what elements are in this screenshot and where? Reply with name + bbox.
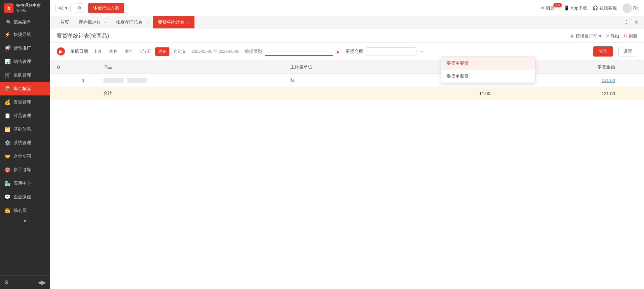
gear-button[interactable]: ⚙: [75, 3, 84, 13]
type-filter-chevron-icon[interactable]: ▲: [335, 49, 340, 54]
user-avatar[interactable]: Rit: [622, 3, 639, 13]
sidebar-bottom: ⚙ ◀▶: [0, 275, 50, 289]
page-title: 要货单统计表(按商品): [57, 32, 109, 40]
filter-more-icon[interactable]: ···: [419, 48, 424, 54]
sidebar-item-label: 资金管理: [14, 99, 31, 105]
product-placeholder-1: [103, 78, 124, 83]
tab-requisition-stats-close[interactable]: ×: [188, 20, 190, 24]
app-download-button[interactable]: 📱 App下载: [564, 5, 587, 11]
date-pill-last7days[interactable]: 近7天: [137, 47, 154, 56]
shortcut-icon: ⚡: [4, 31, 11, 38]
sidebar-toggle-icon[interactable]: ◀▶: [38, 279, 46, 286]
avatar: [622, 3, 632, 13]
print-label: 按模板打印: [576, 33, 598, 39]
app-download-icon: 📱: [564, 5, 569, 10]
refresh-label: 刷新: [628, 33, 637, 39]
sidebar-item-system[interactable]: ⚙️ 系统管理: [0, 136, 50, 150]
sidebar-item-label: 快捷导航: [14, 31, 31, 38]
sidebar-item-marketing[interactable]: 📢 营销推广: [0, 41, 50, 55]
row-product-cell: [99, 74, 286, 87]
export-icon: ↗: [605, 34, 609, 39]
sidebar-item-finance[interactable]: 💰 资金管理: [0, 95, 50, 109]
sidebar-item-label: 采购管理: [14, 72, 31, 78]
tabbar: 首页 库存批次账 × 收发存汇总表 × 要货单统计表 × ⛶ ✕: [50, 16, 644, 28]
message-icon: ✉: [541, 5, 544, 10]
org-selector[interactable]: 41 ▾: [55, 4, 71, 12]
tab-expand-controls: ⛶ ✕: [626, 19, 639, 25]
warehouse-filter-input[interactable]: [366, 47, 416, 56]
sidebar-item-label: 系统管理: [14, 140, 31, 146]
sidebar-item-member[interactable]: 👑 畅会员: [0, 204, 50, 217]
warehouse-filter-label: 要货仓库: [345, 48, 363, 54]
messages-button[interactable]: ✉ 消息 99+: [541, 5, 558, 11]
sidebar-item-basic[interactable]: 🗂️ 基础信息: [0, 123, 50, 136]
tab-home[interactable]: 首页: [55, 16, 74, 28]
tab-requisition-stats-label: 要货单统计表: [158, 19, 184, 25]
settings-icon[interactable]: ⚙: [4, 279, 9, 286]
query-button[interactable]: 查询: [593, 46, 613, 57]
finance-icon: 💰: [4, 99, 11, 106]
tab-close-all-icon[interactable]: ✕: [634, 19, 639, 25]
type-filter-input[interactable]: [265, 47, 333, 56]
sidebar-item-label: 营销推广: [14, 45, 31, 51]
tab-requisition-stats[interactable]: 要货单统计表 ×: [153, 16, 195, 28]
sidebar-item-enterprise[interactable]: 🤝 企业协同: [0, 150, 50, 163]
enterprise-icon: 🤝: [4, 153, 11, 160]
tab-inventory-batch[interactable]: 库存批次账 ×: [74, 16, 111, 28]
row-settings-cell: [50, 74, 67, 87]
sidebar-item-label: 企业微信: [14, 194, 31, 200]
col-seq-header: [67, 61, 99, 74]
logo-sub: 标准版: [16, 8, 41, 13]
footer-row: 合计 11.00 121.00: [50, 87, 644, 100]
tab-receipt-summary-close[interactable]: ×: [146, 20, 148, 24]
export-label: 导出: [611, 33, 619, 39]
messages-badge: 99+: [553, 3, 562, 7]
sidebar-item-shortcut[interactable]: ⚡ 快捷导航: [0, 28, 50, 41]
tab-home-label: 首页: [60, 19, 69, 25]
amount-link[interactable]: 121.00: [601, 78, 615, 83]
sidebar-item-inventory[interactable]: 📦 库存核算: [0, 82, 50, 95]
sidebar-item-newbie[interactable]: 🎯 新手引导: [0, 163, 50, 177]
page-actions: 🖨 按模板打印 ▾ ↗ 导出 ↻ 刷新: [570, 33, 637, 39]
tab-receipt-summary[interactable]: 收发存汇总表 ×: [111, 16, 153, 28]
online-service-button[interactable]: 🎧 在线客服: [593, 5, 617, 11]
tab-inventory-batch-label: 库存批次账: [79, 19, 101, 25]
date-pill-this-month[interactable]: 本月: [106, 47, 120, 56]
trial-button[interactable]: 体验行业方案: [88, 3, 124, 13]
tab-expand-icon[interactable]: ⛶: [626, 19, 631, 25]
wechat-icon: 💬: [4, 194, 11, 200]
col-product-header: 商品: [99, 61, 286, 74]
sidebar-item-wechat[interactable]: 💬 企业微信: [0, 190, 50, 204]
warehouse-filter-group: 要货仓库 ···: [345, 47, 424, 56]
messages-label: 消息: [546, 5, 554, 11]
date-pill-last-month[interactable]: 上月: [91, 47, 105, 56]
dropdown-item-requisition-order[interactable]: 要货单要货: [441, 57, 535, 70]
table-footer: 合计 11.00 121.00: [50, 87, 644, 100]
footer-settings-cell: [50, 87, 67, 100]
sidebar-item-sales[interactable]: 📊 销售管理: [0, 55, 50, 68]
table-container: ⚙ 商品 主计量单位 主数量 零售金额 1: [50, 61, 644, 100]
settings-button[interactable]: 设置: [618, 46, 637, 57]
dropdown-item-requisition-return[interactable]: 要货单退货: [441, 70, 535, 83]
sidebar-item-appstore[interactable]: 🏪 应用中心: [0, 177, 50, 190]
date-pill-more[interactable]: 更多: [155, 47, 169, 56]
export-button[interactable]: ↗ 导出: [605, 33, 619, 39]
app-download-label: App下载: [571, 5, 587, 11]
sidebar-search-label: 搜索菜单: [14, 19, 31, 25]
refresh-button[interactable]: ↻ 刷新: [623, 33, 637, 39]
sidebar-search[interactable]: 🔍 搜索菜单: [0, 16, 50, 28]
table-body: 1 块 11.00 121.00: [50, 74, 644, 87]
col-settings-header[interactable]: ⚙: [50, 61, 67, 74]
sidebar-item-operations[interactable]: 📋 经营管理: [0, 109, 50, 123]
filter-expand-button[interactable]: ▶: [57, 47, 65, 55]
logo-icon: b: [4, 3, 14, 13]
page-header: 要货单统计表(按商品) 🖨 按模板打印 ▾ ↗ 导出 ↻ 刷新: [50, 28, 644, 43]
date-pill-custom[interactable]: 自定义: [171, 47, 189, 56]
print-button[interactable]: 🖨 按模板打印 ▾: [570, 33, 601, 39]
row-unit-cell: 块: [286, 74, 390, 87]
date-pill-this-year[interactable]: 本年: [122, 47, 136, 56]
topbar-right: ✉ 消息 99+ 📱 App下载 🎧 在线客服 Rit: [541, 3, 639, 13]
sidebar-scroll-down[interactable]: ▼: [0, 217, 50, 225]
tab-inventory-batch-close[interactable]: ×: [104, 20, 106, 24]
sidebar-item-purchase[interactable]: 🛒 采购管理: [0, 68, 50, 82]
